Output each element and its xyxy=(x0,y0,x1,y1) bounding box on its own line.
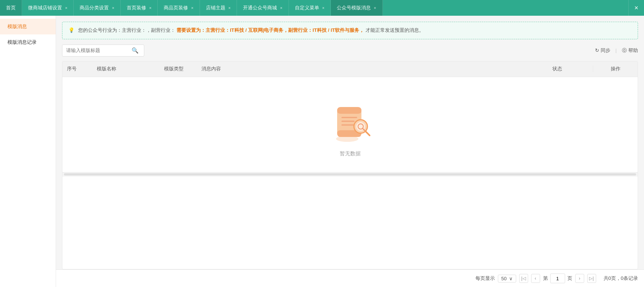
help-label: 帮助 xyxy=(628,47,638,54)
svg-line-6 xyxy=(365,131,370,135)
pagination: 每页显示 50 ∨ |◁ ‹ 第 页 › ▷| 共0页，0条记录 xyxy=(56,269,644,287)
nav-homepage-decor-label: 首页装修 xyxy=(127,4,146,11)
notice-prefix: 您的公众号行业为：主营行业：，副营行业： xyxy=(78,27,175,33)
th-status: 状态 xyxy=(548,65,593,72)
nav-product-decor-label: 商品页装修 xyxy=(164,4,188,11)
nav-open-mall-close[interactable]: × xyxy=(280,6,282,10)
nav-template-msg-label: 公众号模版消息 xyxy=(337,4,371,11)
action-separator: | xyxy=(616,48,617,53)
notice-suffix: 才能正常发送预置的消息。 xyxy=(366,27,424,33)
next-page-icon: › xyxy=(579,276,580,281)
total-text: 共0页，0条记录 xyxy=(604,275,638,282)
th-action: 操作 xyxy=(593,65,638,72)
prev-page-icon: ‹ xyxy=(535,276,536,281)
sync-button[interactable]: ↻ 同步 xyxy=(595,47,610,54)
nav-category-settings-label: 商品分类设置 xyxy=(80,4,109,11)
nav-shop-settings-close[interactable]: × xyxy=(65,6,67,10)
empty-text: 暂无数据 xyxy=(340,150,361,157)
last-page-icon: ▷| xyxy=(589,276,594,281)
content-area: 💡 您的公众号行业为：主营行业：，副营行业： 需要设置为：主营行业：IT科技 /… xyxy=(56,16,644,287)
help-button[interactable]: ⓪ 帮助 xyxy=(622,47,638,54)
global-close-button[interactable]: × xyxy=(628,0,644,16)
nav-shop-settings-label: 微商城店铺设置 xyxy=(28,4,62,11)
scrollbar-track xyxy=(64,173,636,175)
nav-homepage-decor-close[interactable]: × xyxy=(149,6,151,10)
chevron-down-icon: ∨ xyxy=(509,276,513,281)
page-size-value: 50 xyxy=(501,276,506,281)
nav-shop-settings[interactable]: 微商城店铺设置 × xyxy=(22,0,74,16)
table-header: 序号 模版名称 模版类型 消息内容 状态 操作 xyxy=(62,61,638,77)
sidebar-item-template-msg-label: 模版消息 xyxy=(7,23,27,30)
next-page-button[interactable]: › xyxy=(575,274,584,283)
page-label-pre: 第 xyxy=(543,275,548,282)
page-label-post: 页 xyxy=(567,275,572,282)
nav-product-decor[interactable]: 商品页装修 × xyxy=(158,0,200,16)
horizontal-scrollbar[interactable] xyxy=(62,172,638,177)
nav-homepage-decor[interactable]: 首页装修 × xyxy=(121,0,158,16)
sidebar-item-template-msg-records[interactable]: 模版消息记录 xyxy=(0,34,56,50)
sidebar: 模版消息 模版消息记录 xyxy=(0,16,56,287)
nav-open-mall[interactable]: 开通公众号商城 × xyxy=(237,0,289,16)
th-name: 模版名称 xyxy=(92,65,160,72)
main-layout: 模版消息 模版消息记录 💡 您的公众号行业为：主营行业：，副营行业： 需要设置为… xyxy=(0,16,644,287)
search-actions: ↻ 同步 | ⓪ 帮助 xyxy=(595,47,638,54)
nav-product-decor-close[interactable]: × xyxy=(191,6,193,10)
sync-label: 同步 xyxy=(601,47,610,54)
search-input[interactable] xyxy=(62,48,132,53)
notice-icon: 💡 xyxy=(68,27,74,33)
page-number-input[interactable] xyxy=(550,274,565,283)
th-type: 模版类型 xyxy=(160,65,197,72)
nav-custom-menu-close[interactable]: × xyxy=(322,6,324,10)
help-icon: ⓪ xyxy=(622,47,627,54)
empty-illustration xyxy=(328,100,373,144)
first-page-button[interactable]: |◁ xyxy=(519,274,528,283)
last-page-button[interactable]: ▷| xyxy=(587,274,596,283)
nav-category-settings[interactable]: 商品分类设置 × xyxy=(74,0,120,16)
page-size-label: 每页显示 xyxy=(475,275,495,282)
sidebar-item-template-msg[interactable]: 模版消息 xyxy=(0,19,56,34)
notice-highlight: 需要设置为：主营行业：IT科技 / 互联网|电子商务，副营行业：IT科技 / I… xyxy=(176,27,364,33)
nav-home[interactable]: 首页 xyxy=(0,0,22,16)
nav-shop-theme-close[interactable]: × xyxy=(228,6,231,10)
th-seq: 序号 xyxy=(62,65,92,72)
nav-template-msg-close[interactable]: × xyxy=(374,6,376,10)
nav-custom-menu-label: 自定义菜单 xyxy=(295,4,319,11)
nav-shop-theme-label: 店铺主题 xyxy=(206,4,225,11)
nav-shop-theme[interactable]: 店铺主题 × xyxy=(200,0,237,16)
nav-custom-menu[interactable]: 自定义菜单 × xyxy=(289,0,331,16)
search-bar: 🔍 ↻ 同步 | ⓪ 帮助 xyxy=(62,45,638,57)
table-container: 序号 模版名称 模版类型 消息内容 状态 操作 xyxy=(62,61,638,269)
first-page-icon: |◁ xyxy=(521,276,526,281)
sidebar-item-template-msg-records-label: 模版消息记录 xyxy=(7,39,37,46)
search-icon[interactable]: 🔍 xyxy=(132,47,142,54)
top-navigation: 首页 微商城店铺设置 × 商品分类设置 × 首页装修 × 商品页装修 × 店铺主… xyxy=(0,0,644,16)
prev-page-button[interactable]: ‹ xyxy=(531,274,540,283)
nav-home-label: 首页 xyxy=(6,4,16,11)
page-input-wrap: 第 页 xyxy=(543,274,572,283)
empty-state: 暂无数据 xyxy=(62,77,638,172)
nav-open-mall-label: 开通公众号商城 xyxy=(243,4,277,11)
nav-category-settings-close[interactable]: × xyxy=(112,6,114,10)
page-size-select[interactable]: 50 ∨ xyxy=(498,275,516,283)
notice-box: 💡 您的公众号行业为：主营行业：，副营行业： 需要设置为：主营行业：IT科技 /… xyxy=(62,22,638,39)
search-input-wrap: 🔍 xyxy=(62,45,144,57)
th-content: 消息内容 xyxy=(197,65,548,72)
sync-icon: ↻ xyxy=(595,48,599,53)
nav-template-msg[interactable]: 公众号模版消息 × xyxy=(331,0,382,16)
